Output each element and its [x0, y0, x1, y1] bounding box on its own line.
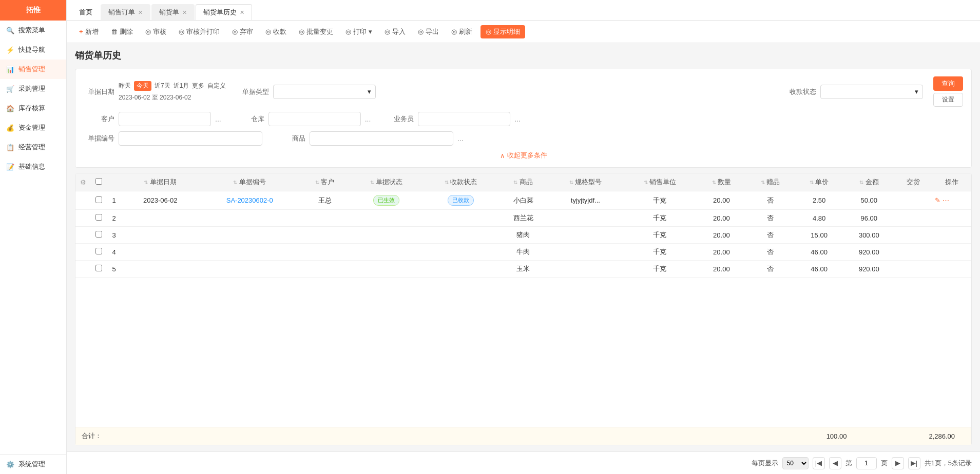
audit-button[interactable]: ◎ 审核 — [141, 25, 170, 38]
sidebar-item-search-menu[interactable]: 🔍 搜索菜单 — [0, 21, 66, 40]
tab-sales-history[interactable]: 销货单历史 ✕ — [196, 4, 252, 20]
checkbox-cell[interactable] — [91, 210, 106, 227]
doc-no-cell[interactable] — [199, 227, 300, 244]
sidebar-item-system[interactable]: ⚙️ 系统管理 — [0, 455, 66, 474]
audit-print-button[interactable]: ◎ 审核并打印 — [175, 25, 224, 38]
sidebar-item-inventory[interactable]: 🏠 库存核算 — [0, 98, 66, 118]
goods-col-header[interactable]: ⇅ 商品 — [498, 173, 548, 191]
staff-input[interactable] — [418, 112, 510, 126]
spec-col-header[interactable]: ⇅ 规格型号 — [548, 173, 623, 191]
customer-ellipsis[interactable]: ... — [215, 115, 221, 123]
row-checkbox[interactable] — [95, 265, 102, 271]
doc-no-cell[interactable]: SA-20230602-0 — [199, 191, 300, 210]
per-page-select[interactable]: 50 100 200 — [782, 457, 809, 469]
doc-status-col-header[interactable]: ⇅ 单据状态 — [349, 173, 424, 191]
unit-col-header[interactable]: ⇅ 销售单位 — [623, 173, 697, 191]
doc-date-cell — [122, 210, 199, 227]
warehouse-input[interactable] — [268, 112, 361, 126]
payment-status-col-header[interactable]: ⇅ 收款状态 — [424, 173, 498, 191]
doc-date-cell: 2023-06-02 — [122, 191, 199, 210]
checkbox-col-header[interactable] — [91, 173, 106, 191]
tab-home[interactable]: 首页 — [72, 5, 100, 20]
show-detail-button[interactable]: ◎ 显示明细 — [481, 25, 525, 38]
settings-button[interactable]: 设置 — [933, 93, 963, 107]
delete-button[interactable]: 🗑 删除 — [107, 25, 137, 38]
abandon-icon: ◎ — [232, 28, 238, 35]
doc-date-col-header[interactable]: ⇅ 单据日期 — [122, 173, 199, 191]
row-checkbox[interactable] — [95, 231, 102, 238]
tab-close-sales-history[interactable]: ✕ — [240, 9, 244, 16]
row-checkbox[interactable] — [95, 214, 102, 221]
collect-button[interactable]: ◎ 收款 — [261, 25, 291, 38]
shortcut-more[interactable]: 更多 — [192, 82, 204, 90]
gift-cell: 否 — [746, 261, 795, 278]
goods-input[interactable] — [310, 131, 453, 146]
sidebar-item-basic-info[interactable]: 📝 基础信息 — [0, 157, 66, 176]
gear-col-header[interactable]: ⚙ — [75, 173, 91, 191]
tab-sales-order[interactable]: 销售订单 ✕ — [101, 4, 150, 20]
select-all-checkbox[interactable] — [95, 178, 102, 185]
tab-sales-goods[interactable]: 销货单 ✕ — [151, 4, 195, 20]
doc-no-cell[interactable] — [199, 210, 300, 227]
abandon-button[interactable]: ◎ 弃审 — [228, 25, 257, 38]
checkbox-cell[interactable] — [91, 244, 106, 261]
prev-page-button[interactable]: ◀ — [829, 457, 841, 469]
tab-close-sales-order[interactable]: ✕ — [138, 9, 143, 16]
last-page-button[interactable]: ▶| — [908, 457, 920, 469]
print-button[interactable]: ◎ 打印 ▾ — [341, 25, 376, 38]
export-button[interactable]: ◎ 导出 — [414, 25, 443, 38]
actions-cell — [932, 244, 971, 261]
batch-change-button[interactable]: ◎ 批量变更 — [295, 25, 337, 38]
sidebar-logo: 拓惟 — [0, 0, 66, 21]
shortcut-today[interactable]: 今天 — [134, 81, 151, 91]
collapse-button[interactable]: ∧ 收起更多条件 — [84, 151, 963, 160]
goods-cell: 西兰花 — [498, 210, 548, 227]
customer-input[interactable] — [119, 112, 211, 126]
shortcut-yesterday[interactable]: 昨天 — [119, 82, 131, 90]
warehouse-label: 仓库 — [234, 114, 264, 124]
sidebar-item-purchase-mgmt[interactable]: 🛒 采购管理 — [0, 79, 66, 98]
row-checkbox[interactable] — [95, 196, 102, 203]
more-action[interactable]: ⋯ — [943, 196, 949, 204]
new-button[interactable]: + 新增 — [75, 25, 103, 38]
doc-no-cell[interactable] — [199, 244, 300, 261]
goods-ellipsis[interactable]: ... — [457, 134, 464, 143]
doc-no-input[interactable] — [119, 131, 262, 146]
sidebar-item-quick-nav[interactable]: ⚡ 快捷导航 — [0, 40, 66, 60]
print-dropdown-icon: ▾ — [369, 28, 372, 35]
doc-type-select[interactable]: ▾ — [273, 85, 376, 99]
shortcut-1month[interactable]: 近1月 — [174, 82, 189, 90]
qty-col-header[interactable]: ⇅ 数量 — [697, 173, 746, 191]
warehouse-ellipsis[interactable]: ... — [365, 115, 371, 123]
payment-status-cell — [424, 227, 498, 244]
page-input[interactable] — [856, 457, 877, 469]
shortcut-7days[interactable]: 近7天 — [155, 82, 170, 90]
checkbox-cell[interactable] — [91, 227, 106, 244]
checkbox-cell[interactable] — [91, 191, 106, 210]
shortcut-custom[interactable]: 自定义 — [207, 82, 226, 90]
sidebar-item-operation[interactable]: 📋 经营管理 — [0, 137, 66, 157]
doc-status-cell — [349, 227, 424, 244]
refresh-button[interactable]: ◎ 刷新 — [447, 25, 476, 38]
sidebar-item-finance[interactable]: 💰 资金管理 — [0, 118, 66, 137]
tab-close-sales-goods[interactable]: ✕ — [182, 9, 187, 16]
sidebar-item-sales-mgmt[interactable]: 📊 销售管理 — [0, 60, 66, 79]
gift-cell: 否 — [746, 210, 795, 227]
amount-col-header[interactable]: ⇅ 金额 — [843, 173, 894, 191]
doc-no-col-header[interactable]: ⇅ 单据编号 — [199, 173, 300, 191]
doc-no-cell[interactable] — [199, 261, 300, 278]
checkbox-cell[interactable] — [91, 261, 106, 278]
staff-ellipsis[interactable]: ... — [514, 115, 521, 123]
customer-col-header[interactable]: ⇅ 客户 — [300, 173, 349, 191]
edit-action[interactable]: ✎ — [935, 196, 940, 204]
query-button[interactable]: 查询 — [933, 76, 963, 91]
next-page-button[interactable]: ▶ — [892, 457, 904, 469]
import-button[interactable]: ◎ 导入 — [380, 25, 410, 38]
payment-status-select[interactable]: ▾ — [820, 85, 923, 99]
sidebar-item-label: 采购管理 — [18, 84, 45, 93]
first-page-button[interactable]: |◀ — [813, 457, 825, 469]
unit-price-col-header[interactable]: ⇅ 单价 — [795, 173, 843, 191]
payment-status-label: 收款状态 — [785, 87, 816, 96]
gift-col-header[interactable]: ⇅ 赠品 — [746, 173, 795, 191]
row-checkbox[interactable] — [95, 248, 102, 254]
